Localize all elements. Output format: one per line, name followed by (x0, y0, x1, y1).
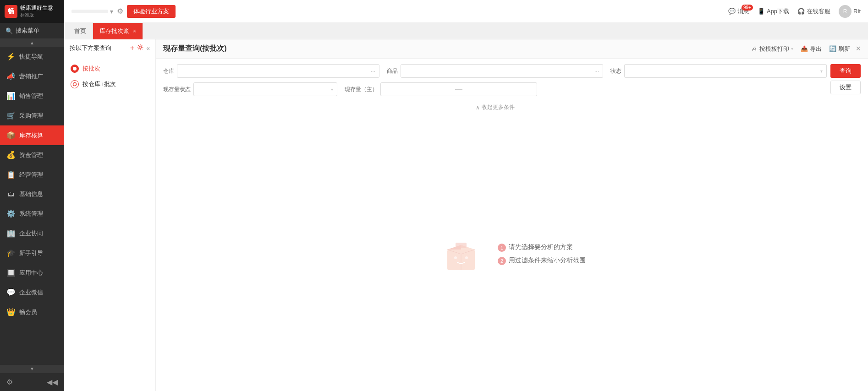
sidebar-item-newbie[interactable]: 🎓 新手引导 (0, 243, 64, 263)
app-download-btn[interactable]: 📱 App下载 (758, 7, 789, 16)
sidebar-item-label: 企业协同 (19, 229, 43, 238)
sidebar-item-inventory[interactable]: 📦 库存核算 (0, 125, 64, 145)
user-profile[interactable]: R Rit (839, 5, 861, 18)
customer-service-btn[interactable]: 🎧 在线客服 (797, 7, 830, 16)
sidebar-item-sales[interactable]: 📊 销售管理 (0, 86, 64, 106)
print-icon: 🖨 (752, 45, 758, 52)
page-close-btn[interactable]: × (856, 44, 861, 54)
refresh-btn[interactable]: 🔄 刷新 (829, 45, 850, 53)
sidebar-item-purchase[interactable]: 🛒 采购管理 (0, 106, 64, 125)
quantity-to-input[interactable] (464, 86, 533, 92)
quick-nav-icon: ⚡ (6, 52, 16, 61)
inventory-status-label: 现存量状态 (163, 86, 191, 93)
warehouse-text-input[interactable] (181, 68, 371, 74)
tip-1: 1 请先选择要分析的方案 (498, 243, 586, 252)
filter-row-2: 现存量状态 ▾ 现存量（主） — (163, 82, 827, 96)
svg-point-0 (139, 46, 142, 49)
quantity-from-input[interactable] (385, 86, 453, 92)
settings-icon[interactable]: ⚙ (6, 378, 13, 386)
collapse-icon: ∧ (476, 104, 480, 111)
tab-bar: 首页 库存批次账 × (64, 23, 868, 39)
svg-point-2 (73, 83, 77, 86)
filter-content: 仓库 ··· 商品 ··· (163, 64, 827, 111)
sidebar-item-operations[interactable]: 📋 经营管理 (0, 165, 64, 185)
sidebar-item-appstore[interactable]: 🔲 应用中心 (0, 263, 64, 282)
messages-badge: 99+ (742, 5, 753, 11)
sidebar-item-system[interactable]: ⚙️ 系统管理 (0, 204, 64, 223)
status-arrow-icon: ▾ (820, 69, 823, 74)
quantity-range: — (380, 82, 537, 96)
user-name: Rit (853, 8, 861, 15)
topbar-search-box[interactable] (71, 10, 108, 13)
filter-row-1: 仓库 ··· 商品 ··· (163, 64, 827, 78)
sidebar: 畅 畅康通好生意 标准版 🔍 搜索菜单 ▲ ⚡ 快捷导航 📣 营销推广 📊 销售… (0, 0, 64, 391)
scheme-gear-btn[interactable] (137, 44, 143, 52)
topbar-dropdown-btn[interactable]: ▾ (110, 8, 113, 15)
appstore-icon: 🔲 (6, 268, 16, 277)
product-input[interactable]: ··· (401, 64, 603, 78)
sidebar-search[interactable]: 🔍 搜索菜单 (0, 23, 64, 39)
warehouse-input[interactable]: ··· (177, 64, 379, 78)
tab-inventory-batch[interactable]: 库存批次账 × (93, 23, 143, 39)
sidebar-scroll-down[interactable]: ▼ (0, 365, 64, 373)
headset-icon: 🎧 (797, 8, 805, 15)
tab-label: 库存批次账 (99, 27, 129, 35)
sidebar-item-label: 新手引导 (19, 249, 43, 257)
collapse-sidebar-icon[interactable]: ◀◀ (47, 378, 58, 386)
tab-home[interactable]: 首页 (68, 23, 93, 39)
inventory-status-arrow: ▾ (331, 87, 333, 92)
sidebar-item-label: 企业微信 (19, 288, 43, 297)
sidebar-bottom: ⚙ ◀◀ (0, 373, 64, 391)
svg-rect-5 (456, 243, 467, 248)
sidebar-item-basic[interactable]: 🗂 基础信息 (0, 185, 64, 204)
sidebar-item-label: 经营管理 (19, 171, 43, 179)
print-btn[interactable]: 🖨 按模板打印 ▾ (752, 45, 793, 53)
sidebar-item-enterprise[interactable]: 🏢 企业协同 (0, 223, 64, 243)
collapse-panel-btn[interactable]: « (146, 44, 150, 52)
page-title: 现存量查询(按批次) (163, 44, 227, 54)
topbar-left: ▾ ⚙ 体验行业方案 (71, 5, 723, 18)
export-btn[interactable]: 📤 导出 (801, 45, 822, 53)
sidebar-item-marketing[interactable]: 📣 营销推广 (0, 66, 64, 86)
inventory-status-select[interactable]: ▾ (193, 82, 337, 96)
sidebar-item-quick-nav[interactable]: ⚡ 快捷导航 (0, 47, 64, 66)
tab-close-icon[interactable]: × (133, 28, 136, 34)
collapse-more-btn[interactable]: ∧ 收起更多条件 (163, 101, 827, 111)
page-title-actions: 🖨 按模板打印 ▾ 📤 导出 🔄 刷新 × (752, 44, 861, 54)
warehouse-label: 仓库 (163, 67, 174, 75)
system-icon: ⚙️ (6, 209, 16, 218)
add-scheme-btn[interactable]: + (130, 44, 134, 52)
trial-button[interactable]: 体验行业方案 (127, 5, 176, 18)
sidebar-item-label: 销售管理 (19, 92, 43, 100)
member-icon: 👑 (6, 308, 16, 316)
company-name: 畅康通好生意 (20, 5, 53, 12)
page-wrapper: 按以下方案查询 + « 按批次 (64, 39, 868, 391)
print-dropdown-icon[interactable]: ▾ (791, 46, 793, 51)
main-content: ▾ ⚙ 体验行业方案 💬 消息 99+ 📱 App下载 🎧 在线客服 R (64, 0, 868, 391)
product-more-btn[interactable]: ··· (594, 68, 599, 74)
sidebar-item-finance[interactable]: 💰 资金管理 (0, 145, 64, 165)
product-text-input[interactable] (405, 68, 594, 74)
scheme-item-by-warehouse-batch[interactable]: 按仓库+批次 (64, 76, 155, 92)
sidebar-item-label: 采购管理 (19, 112, 43, 120)
scheme-item-by-batch[interactable]: 按批次 (64, 61, 155, 76)
sidebar-item-member[interactable]: 👑 畅会员 (0, 302, 64, 322)
quantity-field: 现存量（主） — (345, 82, 519, 96)
page-title-bar: 现存量查询(按批次) 🖨 按模板打印 ▾ 📤 导出 🔄 刷新 (156, 39, 868, 59)
settings-button[interactable]: 设置 (830, 81, 861, 94)
sidebar-item-label: 畅会员 (19, 308, 37, 316)
export-icon: 📤 (801, 45, 808, 52)
warehouse-more-btn[interactable]: ··· (371, 68, 375, 74)
newbie-icon: 🎓 (6, 249, 16, 257)
sidebar-item-wechat[interactable]: 💬 企业微信 (0, 282, 64, 302)
search-icon: 🔍 (5, 27, 13, 34)
product-field: 商品 ··· (387, 64, 603, 78)
topbar-gear-icon[interactable]: ⚙ (117, 7, 123, 16)
sidebar-scroll-up[interactable]: ▲ (0, 39, 64, 47)
tip-2: 2 用过滤条件来缩小分析范围 (498, 256, 586, 265)
status-select[interactable]: ▾ (624, 64, 827, 78)
sidebar-nav: ⚡ 快捷导航 📣 营销推广 📊 销售管理 🛒 采购管理 📦 库存核算 💰 资金管… (0, 47, 64, 365)
svg-point-6 (454, 256, 457, 259)
query-button[interactable]: 查询 (830, 64, 861, 78)
messages-btn[interactable]: 💬 消息 99+ (728, 7, 749, 16)
